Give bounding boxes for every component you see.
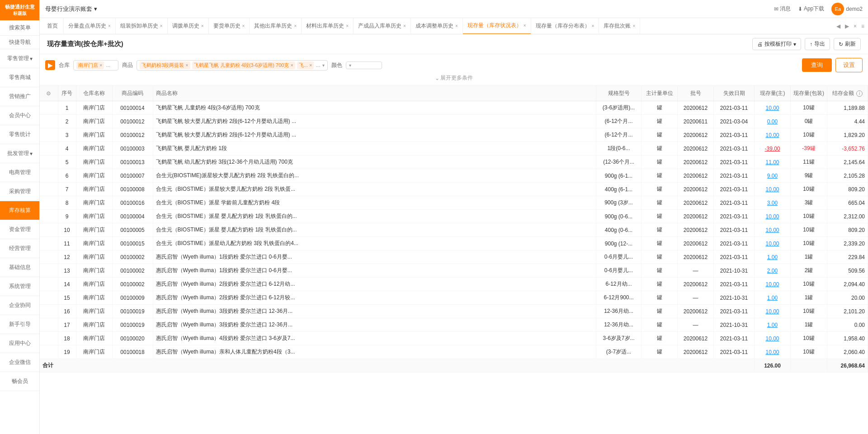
tab-home[interactable]: 首页 <box>42 18 64 34</box>
sidebar-item-marketing[interactable]: 营销推广 <box>0 87 39 106</box>
tab-close-icon[interactable]: × <box>242 24 245 28</box>
row-stock-main-10[interactable]: 10.00 <box>755 237 791 250</box>
warehouse-ellipsis[interactable]: ... <box>106 62 110 68</box>
expand-more-conditions[interactable]: ⌄ 展开更多条件 <box>45 74 863 82</box>
tab-material-out[interactable]: 材料出库单历史 × <box>302 18 354 34</box>
row-stock-main-17[interactable]: 10.00 <box>755 332 791 345</box>
tab-next-arrow[interactable]: ▶ <box>843 22 851 30</box>
row-stock-main-16[interactable]: 1.00 <box>755 318 791 332</box>
tab-requisition[interactable]: 要货单历史 × <box>209 18 250 34</box>
tab-other-out[interactable]: 其他出库单历史 × <box>250 18 302 34</box>
row-stock-main-1[interactable]: 0.00 <box>755 115 791 128</box>
tab-close-icon[interactable]: × <box>294 24 297 28</box>
tab-cost-adjust[interactable]: 成本调整单历史 × <box>411 18 463 34</box>
row-stock-main-15[interactable]: 10.00 <box>755 305 791 318</box>
warehouse-tag[interactable]: 南岸门店 × <box>76 61 104 69</box>
sidebar-item-retail-stats[interactable]: 零售统计 <box>0 125 39 144</box>
row-stock-main-5[interactable]: 9.00 <box>755 169 791 183</box>
tab-close-icon[interactable]: × <box>455 24 458 28</box>
print-button[interactable]: 🖨 按模板打印 ▾ <box>752 38 801 50</box>
sidebar-item-operations[interactable]: 经营管理 <box>0 239 39 258</box>
remove-product-tag-3[interactable]: × <box>309 62 312 68</box>
col-gear[interactable]: ⚙ <box>40 86 58 101</box>
row-stock-main-6[interactable]: 10.00 <box>755 183 791 196</box>
row-code-2: 00100012 <box>112 128 153 142</box>
row-stock-main-0[interactable]: 10.00 <box>755 101 791 115</box>
tab-stock-dist[interactable]: 现存量（库存分布表） × <box>531 18 599 34</box>
row-stock-main-8[interactable]: 10.00 <box>755 210 791 223</box>
app-download-btn[interactable]: ⬇ App下载 <box>798 5 824 13</box>
row-stock-main-2[interactable]: 10.00 <box>755 128 791 142</box>
product-tag-1[interactable]: 飞鹤奶粉3段两提装 × <box>140 61 190 69</box>
row-stock-main-4[interactable]: 11.00 <box>755 156 791 169</box>
sidebar-item-finance[interactable]: 资金管理 <box>0 220 39 239</box>
remove-product-tag-2[interactable]: × <box>290 62 293 68</box>
tab-product-in[interactable]: 产成品入库单历史 × <box>354 18 411 34</box>
row-name-0: 飞鹤星飞帆 儿童奶粉 4段(3-6岁适用) 700克 <box>153 101 596 115</box>
col-num-header: 序号 <box>58 86 76 101</box>
tab-close-all[interactable]: × <box>852 22 859 30</box>
row-stock-main-7[interactable]: 3.00 <box>755 196 791 210</box>
query-button[interactable]: 查询 <box>802 58 832 72</box>
sidebar-item-wholesale[interactable]: 批发管理 ▾ <box>0 144 39 163</box>
sidebar-item-enterprise-wx[interactable]: 企业微信 <box>0 353 39 372</box>
settings-button[interactable]: 设置 <box>835 58 863 72</box>
tab-disassemble[interactable]: 组装拆卸单历史 × <box>116 18 168 34</box>
tab-close-icon[interactable]: × <box>108 24 111 28</box>
remove-warehouse-tag[interactable]: × <box>99 62 102 68</box>
tab-split-check[interactable]: 分量盘点单历史 × <box>64 18 116 34</box>
sidebar-item-search[interactable]: 搜索英单 <box>0 20 39 36</box>
tab-prev-arrow[interactable]: ◀ <box>835 22 842 30</box>
tab-menu-icon[interactable]: ≡ <box>859 22 866 30</box>
filter-toggle-button[interactable]: ▶ <box>45 60 55 70</box>
account-dropdown[interactable]: 母婴行业演示账套 ▾ <box>45 5 97 13</box>
sidebar-item-basics[interactable]: 基础信息 <box>0 258 39 277</box>
row-stock-main-9[interactable]: 10.00 <box>755 223 791 237</box>
user-menu[interactable]: Ea demo2 <box>831 3 863 15</box>
sidebar-item-retail-mgmt[interactable]: 零售管理 ▾ <box>0 49 39 68</box>
tab-batch-voucher[interactable]: 库存批次账 × <box>599 18 640 34</box>
tab-close-icon[interactable]: × <box>403 24 406 28</box>
tab-close-icon[interactable]: × <box>592 24 594 28</box>
sidebar-item-app-center[interactable]: 应用中心 <box>0 334 39 353</box>
tab-close-icon[interactable]: × <box>160 24 163 28</box>
row-stock-main-13[interactable]: 10.00 <box>755 278 791 291</box>
tab-close-icon[interactable]: × <box>632 24 635 28</box>
tab-sample[interactable]: 调拨单历史 × <box>168 18 209 34</box>
row-stock-main-11[interactable]: 1.00 <box>755 250 791 264</box>
export-button[interactable]: ↑ 导出 <box>805 38 830 50</box>
tab-close-icon[interactable]: × <box>201 24 204 28</box>
color-filter[interactable]: ▾ <box>346 61 382 69</box>
row-stock-main-14[interactable]: 1.00 <box>755 291 791 305</box>
sidebar-item-ecommerce[interactable]: 电商管理 <box>0 163 39 182</box>
color-dropdown-icon[interactable]: ▾ <box>349 63 351 68</box>
sidebar-item-new-guide[interactable]: 新手引导 <box>0 315 39 334</box>
row-stock-main-12[interactable]: 2.00 <box>755 264 791 278</box>
sidebar-item-retail-shop[interactable]: 零售商城 <box>0 68 39 87</box>
refresh-button[interactable]: ↻ 刷新 <box>834 38 861 50</box>
sidebar-item-quick-nav[interactable]: 快捷导航 <box>0 36 39 49</box>
sidebar-item-purchase[interactable]: 采购管理 <box>0 182 39 201</box>
balance-info-icon[interactable]: i <box>856 90 863 97</box>
settings-icon[interactable]: ⚙ <box>46 90 51 97</box>
product-dropdown-icon[interactable]: ▾ <box>322 63 325 68</box>
row-stock-main-18[interactable]: 10.00 <box>755 345 791 359</box>
sidebar-item-inventory[interactable]: 库存核算 <box>0 201 39 220</box>
warehouse-filter[interactable]: 南岸门店 × ... <box>73 60 118 71</box>
tab-close-icon[interactable]: × <box>346 24 349 28</box>
sidebar-item-member-club[interactable]: 畅会员 <box>0 372 39 391</box>
sidebar-logo[interactable]: 畅捷通好生意 标题版 <box>0 0 39 20</box>
sidebar-item-enterprise[interactable]: 企业协同 <box>0 296 39 315</box>
product-tag-2[interactable]: 飞鹤星飞帆 儿童奶粉 4段(3-6岁适用) 700克 × <box>192 61 295 69</box>
product-ellipsis[interactable]: ... <box>316 62 320 68</box>
messages-btn[interactable]: ✉ 消息 <box>774 5 791 13</box>
row-stock-main-3[interactable]: -39.00 <box>755 142 791 156</box>
tab-close-icon[interactable]: × <box>524 23 526 28</box>
product-filter[interactable]: 飞鹤奶粉3段两提装 × 飞鹤星飞帆 儿童奶粉 4段(3-6岁适用) 700克 ×… <box>137 60 328 71</box>
product-tag-3[interactable]: 飞... × <box>297 61 314 69</box>
remove-product-tag-1[interactable]: × <box>185 62 188 68</box>
sidebar-item-system[interactable]: 系统管理 <box>0 277 39 296</box>
sidebar-item-member[interactable]: 会员中心 <box>0 106 39 125</box>
tab-stock-status[interactable]: 现存量（库存状况表） × <box>463 18 531 34</box>
table-header-row: ⚙ 序号 仓库名称 商品编码 商品名称 规格型号 主计量单位 批号 失效日期 现… <box>40 86 868 101</box>
